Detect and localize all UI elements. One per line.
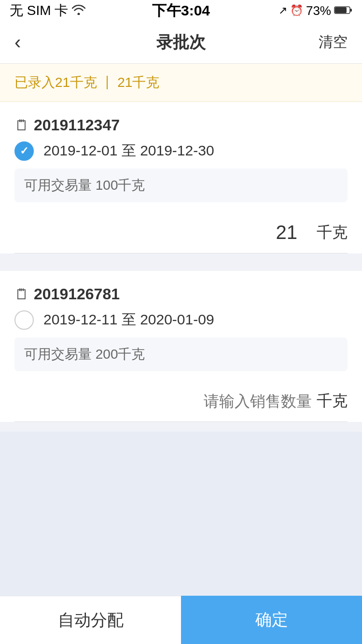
batch-1-id: 2019112347 xyxy=(34,116,120,134)
info-banner: 已录入21千克 21千克 xyxy=(0,64,362,102)
status-right: ↗ ⏰ 73% xyxy=(278,3,352,18)
batch-1-underline xyxy=(14,253,348,253)
batch-item-2: 🗒 2019126781 2019-12-11 至 2020-01-09 可用交… xyxy=(0,271,362,381)
batch-1-radio[interactable] xyxy=(14,141,34,161)
battery-icon xyxy=(334,3,352,18)
batch-1-qty-value: 21 xyxy=(276,222,298,243)
batch-2-radio[interactable] xyxy=(14,310,34,330)
info-divider xyxy=(107,76,108,89)
alarm-icon: ⏰ xyxy=(290,4,303,17)
location-icon: ↗ xyxy=(278,4,287,17)
batch-item-1: 🗒 2019112347 2019-12-01 至 2019-12-30 可用交… xyxy=(0,102,362,212)
batch-1-header: 🗒 2019112347 xyxy=(14,116,348,134)
status-bar: 无 SIM 卡 下午3:04 ↗ ⏰ 73% xyxy=(0,0,362,21)
svg-rect-2 xyxy=(335,7,347,13)
batch-1-date-row: 2019-12-01 至 2019-12-30 xyxy=(14,141,348,161)
svg-rect-1 xyxy=(350,9,352,12)
batch-1-avail-text: 可用交易量 100千克 xyxy=(24,178,145,193)
sales-quantity-input[interactable] xyxy=(167,392,312,410)
batch-card-2: 🗒 2019126781 2019-12-11 至 2020-01-09 可用交… xyxy=(0,271,362,422)
batch-2-avail-text: 可用交易量 200千克 xyxy=(24,347,145,362)
batch-1-avail-box: 可用交易量 100千克 xyxy=(14,168,348,202)
batch-1-qty-row: 21 千克 xyxy=(0,212,362,253)
status-left: 无 SIM 卡 xyxy=(10,1,85,20)
clear-button[interactable]: 清空 xyxy=(319,32,348,52)
confirm-button[interactable]: 确定 xyxy=(181,596,362,644)
confirm-label: 确定 xyxy=(255,609,288,631)
batch-card-1: 🗒 2019112347 2019-12-01 至 2019-12-30 可用交… xyxy=(0,102,362,253)
batch-2-date: 2019-12-11 至 2020-01-09 xyxy=(43,310,214,330)
batch-2-underline xyxy=(14,421,348,422)
batch-1-date: 2019-12-01 至 2019-12-30 xyxy=(43,141,214,161)
status-time: 下午3:04 xyxy=(152,1,210,21)
carrier-text: 无 SIM 卡 xyxy=(10,1,68,20)
batch-2-input-row: 千克 xyxy=(0,381,362,421)
section-divider-1 xyxy=(0,263,362,271)
info-value: 21千克 xyxy=(117,73,159,92)
main-content: 🗒 2019112347 2019-12-01 至 2019-12-30 可用交… xyxy=(0,102,362,644)
wifi-icon xyxy=(72,3,85,18)
batch-1-icon: 🗒 xyxy=(14,117,29,134)
page-title: 录批次 xyxy=(156,31,206,54)
auto-distribute-label: 自动分配 xyxy=(58,609,124,631)
nav-bar: ‹ 录批次 清空 xyxy=(0,21,362,64)
batch-2-avail-box: 可用交易量 200千克 xyxy=(14,337,348,371)
battery-percent: 73% xyxy=(306,3,331,18)
auto-distribute-button[interactable]: 自动分配 xyxy=(0,596,181,644)
batch-2-date-row: 2019-12-11 至 2020-01-09 xyxy=(14,310,348,330)
bottom-bar: 自动分配 确定 xyxy=(0,596,362,644)
batch-1-qty-unit: 千克 xyxy=(317,222,348,243)
batch-2-id: 2019126781 xyxy=(34,285,120,303)
batch-2-icon: 🗒 xyxy=(14,286,29,303)
info-recorded-label: 已录入21千克 xyxy=(14,73,97,92)
back-button[interactable]: ‹ xyxy=(14,31,43,53)
batch-2-header: 🗒 2019126781 xyxy=(14,285,348,303)
batch-2-unit: 千克 xyxy=(317,391,348,412)
